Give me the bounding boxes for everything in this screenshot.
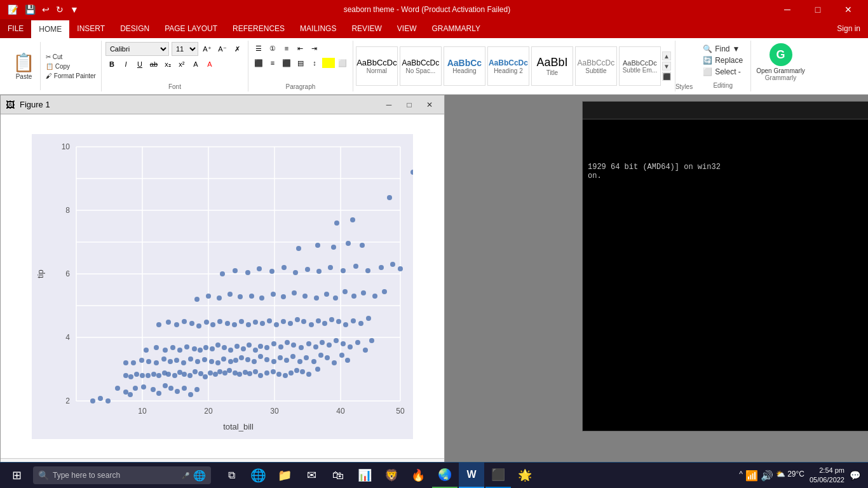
save-qa-button[interactable]: 💾: [22, 3, 38, 16]
find-button[interactable]: 🔍 Find ▼: [700, 43, 745, 55]
minimize-button[interactable]: ─: [773, 0, 802, 19]
strikethrough-button[interactable]: ab: [147, 58, 160, 71]
copy-button[interactable]: 📋 Copy: [43, 62, 98, 71]
paste-button[interactable]: 📋 Paste: [8, 42, 41, 90]
customize-qa[interactable]: ▼: [67, 3, 81, 16]
shading-button[interactable]: [322, 58, 335, 68]
terminal-button[interactable]: ⬛: [485, 463, 511, 488]
notification-button[interactable]: 💬: [850, 470, 860, 480]
tab-file[interactable]: FILE: [0, 19, 31, 38]
fig-settings-button[interactable]: ≡: [126, 462, 149, 463]
borders-button[interactable]: ⬜: [336, 57, 349, 69]
weather-text[interactable]: ⛅ 29°C: [776, 470, 804, 482]
style-normal[interactable]: AaBbCcDc Normal: [356, 46, 398, 86]
tab-review[interactable]: REVIEW: [344, 19, 389, 38]
fig-save-button[interactable]: 💾: [151, 462, 173, 463]
align-right-button[interactable]: ⬛: [280, 57, 293, 69]
mail-button[interactable]: ✉: [299, 463, 324, 488]
widgets-button[interactable]: 📊: [352, 463, 377, 488]
style-subtle-em[interactable]: AaBbCcDc Subtle Em...: [619, 46, 661, 86]
firefox-button[interactable]: 🔥: [405, 463, 431, 488]
svg-point-203: [293, 270, 298, 275]
close-button[interactable]: ✕: [834, 0, 863, 19]
task-view-button[interactable]: ⧉: [219, 463, 244, 488]
text-color-button[interactable]: A: [203, 58, 216, 71]
sign-in-button[interactable]: Sign in: [829, 19, 868, 38]
redo-button[interactable]: ↻: [53, 3, 66, 16]
style-no-space[interactable]: AaBbCcDc No Spac...: [400, 46, 442, 86]
unknown-app-button[interactable]: 🌟: [512, 463, 538, 488]
align-center-button[interactable]: ≡: [266, 57, 279, 69]
justify-button[interactable]: ▤: [294, 57, 307, 69]
clock[interactable]: 2:54 pm 05/06/2022: [810, 466, 844, 485]
fig-move-button[interactable]: ✛: [78, 462, 101, 463]
subscript-button[interactable]: x₂: [161, 58, 174, 71]
tab-design[interactable]: DESIGN: [112, 19, 157, 38]
grammarly-label: Open Grammarly: [756, 67, 805, 74]
increase-font-button[interactable]: A⁺: [201, 43, 214, 55]
tab-references[interactable]: REFERENCES: [225, 19, 292, 38]
svg-point-182: [238, 294, 243, 299]
figure-minimize-button[interactable]: ─: [379, 98, 398, 112]
bold-button[interactable]: B: [105, 58, 118, 71]
decrease-font-button[interactable]: A⁻: [216, 43, 229, 55]
svg-point-193: [351, 294, 356, 299]
cut-button[interactable]: ✂ Cut: [43, 53, 98, 61]
line-spacing-button[interactable]: ↕: [308, 57, 321, 69]
text-highlight-button[interactable]: A: [189, 58, 202, 71]
numbering-button[interactable]: ①: [266, 42, 279, 55]
clear-format-button[interactable]: ✗: [231, 43, 244, 55]
ms-store-button[interactable]: 🛍: [325, 463, 351, 488]
format-painter-button[interactable]: 🖌 Format Painter: [43, 72, 98, 80]
svg-point-132: [264, 345, 269, 350]
select-button[interactable]: ⬜ Select -: [700, 66, 745, 78]
tab-grammarly[interactable]: GRAMMARLY: [424, 19, 487, 38]
styles-expand[interactable]: ⬛: [662, 72, 671, 81]
style-heading1[interactable]: AaBbCc Heading: [444, 46, 485, 86]
multilevel-button[interactable]: ≡: [280, 42, 293, 55]
tab-mailings[interactable]: MAILINGS: [292, 19, 344, 38]
file-explorer-button[interactable]: 📁: [272, 463, 297, 488]
replace-button[interactable]: 🔄 Replace: [700, 55, 745, 66]
tab-page-layout[interactable]: PAGE LAYOUT: [157, 19, 225, 38]
edge-button[interactable]: 🌐: [245, 463, 271, 488]
fig-home-button[interactable]: 🏠: [6, 462, 29, 463]
tab-insert[interactable]: INSERT: [69, 19, 112, 38]
word-button[interactable]: W: [459, 463, 484, 488]
start-button[interactable]: ⊞: [3, 463, 31, 488]
styles-scroll-down[interactable]: ▼: [662, 62, 671, 71]
fig-forward-button[interactable]: ▶: [54, 462, 77, 463]
fig-back-button[interactable]: ◀: [30, 462, 53, 463]
font-size-select[interactable]: 11: [172, 42, 198, 56]
increase-indent-button[interactable]: ⇥: [308, 42, 321, 55]
chrome-button[interactable]: 🌏: [432, 463, 458, 488]
figure-close-button[interactable]: ✕: [420, 98, 439, 112]
font-name-select[interactable]: Calibri: [105, 42, 169, 56]
tray-expand-button[interactable]: ^: [739, 470, 743, 482]
tab-home[interactable]: HOME: [31, 19, 69, 38]
figure-maximize-button[interactable]: □: [400, 98, 419, 112]
sound-icon[interactable]: 🔊: [761, 470, 773, 482]
italic-button[interactable]: I: [119, 58, 132, 71]
fig-zoom-button[interactable]: 🔍: [102, 462, 125, 463]
styles-scroll-up[interactable]: ▲: [662, 51, 671, 60]
style-heading2[interactable]: AaBbCcDc Heading 2: [487, 46, 529, 86]
style-subtitle[interactable]: AaBbCcDc Subtitle: [575, 46, 617, 86]
network-icon[interactable]: 📶: [745, 470, 758, 482]
search-box[interactable]: 🔍 Type here to search 🎤 🌐: [33, 466, 211, 484]
underline-button[interactable]: U: [133, 58, 146, 71]
brave-button[interactable]: 🦁: [379, 463, 404, 488]
terminal-content[interactable]: 1929 64 bit (AMD64)] on win32 on.: [583, 119, 868, 275]
style-title[interactable]: AaBbI Title: [531, 46, 573, 86]
svg-point-59: [203, 374, 208, 379]
svg-point-119: [184, 344, 189, 349]
grammarly-group[interactable]: G Open Grammarly Grammarly: [751, 41, 810, 92]
decrease-indent-button[interactable]: ⇤: [294, 42, 307, 55]
svg-point-100: [258, 354, 263, 359]
undo-button[interactable]: ↩: [39, 3, 52, 16]
bullets-button[interactable]: ☰: [252, 42, 265, 55]
tab-view[interactable]: VIEW: [390, 19, 424, 38]
maximize-button[interactable]: □: [803, 0, 832, 19]
superscript-button[interactable]: x²: [175, 58, 188, 71]
align-left-button[interactable]: ⬛: [252, 57, 265, 69]
